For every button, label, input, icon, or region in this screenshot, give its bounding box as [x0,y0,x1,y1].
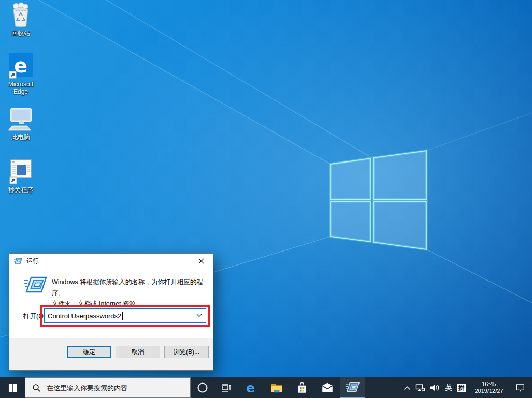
open-input[interactable]: Control Userpasswords2 [44,308,206,323]
run-app-icon [346,381,360,394]
search-icon [32,384,41,392]
dialog-title: 运行 [26,257,39,266]
cortana-button[interactable] [191,377,214,398]
action-center-button[interactable] [510,377,530,398]
mail-icon [321,381,334,394]
start-button[interactable] [0,377,25,398]
ime-mode-button[interactable]: 拼 [455,377,468,398]
close-icon [198,258,204,264]
text-caret [122,312,123,320]
description-line-1: Windows 将根据你所输入的名称，为你打开相应的程序、 [52,277,213,299]
windows-start-icon [8,384,17,392]
volume-icon [429,383,440,392]
chevron-up-icon [404,386,411,390]
taskbar-store-button[interactable] [289,377,314,398]
desktop-icon-label: 此电脑 [11,134,30,141]
program-window-icon [8,158,33,185]
system-tray: 英 拼 16:45 2019/12/27 [401,377,532,398]
task-view-button[interactable] [214,377,238,398]
taskbar-edge-button[interactable]: e [238,377,264,398]
taskbar: e [0,377,532,398]
browse-button[interactable]: 浏览(B)... [164,346,209,358]
svg-text:e: e [246,381,255,395]
edge-icon: e [244,381,258,395]
clock-time: 16:45 [482,381,496,388]
dialog-footer: 确定 取消 浏览(B)... [9,338,213,370]
taskbar-search[interactable] [25,377,191,398]
volume-button[interactable] [427,377,442,398]
desktop-screen: 回收站 e Microsoft Edge 此电脑 [0,0,532,398]
action-center-icon [515,383,525,392]
taskbar-file-explorer-button[interactable] [264,377,289,398]
desktop-icon-label: Microsoft Edge [2,81,40,95]
language-indicator[interactable]: 英 [442,377,455,398]
edge-icon: e [8,52,33,79]
file-explorer-icon [270,381,283,394]
desktop-icon-miaoguan-program[interactable]: 秒关程序 [1,158,40,194]
tray-overflow-button[interactable] [401,377,413,398]
desktop-icon-microsoft-edge[interactable]: e Microsoft Edge [1,52,40,95]
run-dialog-titlebar: 运行 [9,254,213,269]
desktop-icon-this-pc[interactable]: 此电脑 [1,107,40,141]
desktop-icon-recycle-bin[interactable]: 回收站 [1,2,40,37]
taskbar-mail-button[interactable] [314,377,340,398]
run-app-icon [14,257,23,265]
this-pc-icon [7,107,35,132]
ok-button[interactable]: 确定 [67,346,111,358]
ime-pinyin-icon: 拼 [457,384,466,392]
desktop-icon-label: 回收站 [11,30,30,37]
network-icon [415,384,425,392]
desktop-icon-label: 秒关程序 [8,186,33,194]
run-dialog-window: 运行 Windows 将根据你所输入的名称，为你打开相应的程序、 文件夹、文档或… [9,253,213,371]
cancel-button[interactable]: 取消 [116,346,160,358]
open-input-value: Control Userpasswords2 [45,312,121,320]
search-input[interactable] [46,384,177,392]
clock-date: 2019/12/27 [475,388,503,394]
network-status-button[interactable] [413,377,427,398]
combo-dropdown-icon[interactable] [196,314,202,317]
close-button[interactable] [189,254,213,269]
taskbar-run-button[interactable] [340,377,365,398]
task-view-icon [221,382,232,393]
recycle-bin-icon [9,2,33,28]
annotation-highlight-box: Control Userpasswords2 [40,305,210,327]
clock[interactable]: 16:45 2019/12/27 [468,377,510,398]
run-dialog-icon [24,276,48,296]
store-icon [295,381,309,394]
cortana-icon [197,382,208,393]
